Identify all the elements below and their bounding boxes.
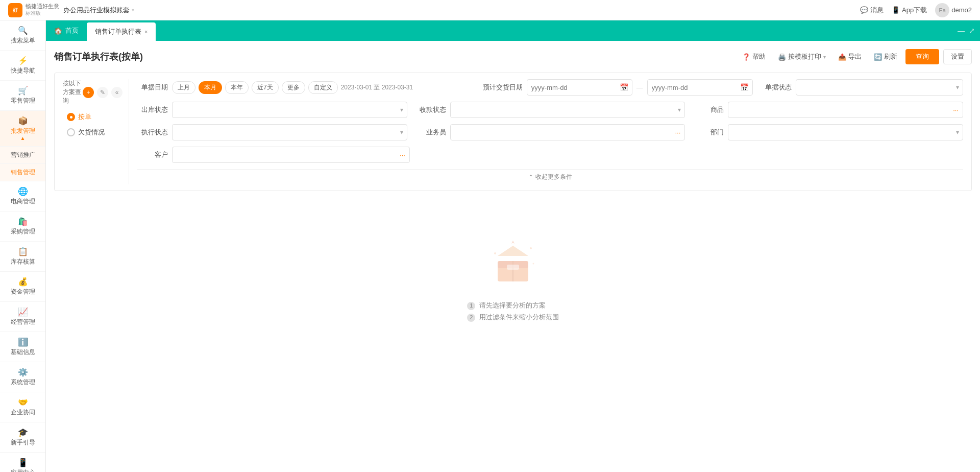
avatar: Ea	[935, 3, 949, 17]
export-button[interactable]: 📤 导出	[834, 50, 866, 63]
exec-select[interactable]	[172, 124, 407, 140]
tab-sales-order-exec[interactable]: 销售订单执行表 ×	[87, 22, 156, 41]
user-menu-button[interactable]: Ea demo2	[935, 3, 972, 17]
purchase-icon: 🛍️	[2, 217, 43, 226]
sidebar-item-retail[interactable]: 🛒 零售管理	[0, 81, 45, 111]
sidebar-item-marketing[interactable]: 营销推广	[0, 147, 45, 164]
tab-home[interactable]: 🏠 首页	[46, 20, 87, 41]
status-select[interactable]	[796, 79, 964, 96]
filter-field-outstock: 出库状态 ▾	[137, 102, 407, 118]
tab-close-icon[interactable]: ×	[144, 29, 148, 35]
empty-line1: 1 请先选择要分析的方案	[467, 299, 559, 311]
sidebar-item-ecommerce[interactable]: 🌐 电商管理	[0, 181, 45, 211]
print-dropdown-icon: ▾	[823, 54, 826, 60]
export-label: 导出	[848, 52, 862, 61]
sidebar-item-operations[interactable]: 📈 经营管理	[0, 302, 45, 332]
collab-icon: 🤝	[2, 397, 43, 407]
empty-text2: 用过滤条件来缩小分析范围	[479, 313, 559, 321]
search-icon: 🔍	[2, 26, 43, 35]
sidebar-label-basic-info: 基础信息	[2, 348, 43, 357]
print-button[interactable]: 🖨️ 按模板打印 ▾	[774, 50, 830, 63]
customer-more-icon[interactable]: ···	[400, 151, 405, 159]
page-content: 销售订单执行表(按单) ❓ 帮助 🖨️ 按模板打印 ▾ 📤	[46, 41, 980, 472]
sidebar-item-quick-nav[interactable]: ⚡ 快捷导航	[0, 51, 45, 81]
sidebar-item-search-menu[interactable]: 🔍 搜索菜单	[0, 20, 45, 51]
start-date-input[interactable]	[527, 79, 632, 96]
date-label: 单据日期	[137, 83, 168, 92]
status-label: 单据状态	[761, 83, 792, 92]
empty-state: 1 请先选择要分析的方案 2 用过滤条件来缩小分析范围	[54, 197, 972, 364]
message-button[interactable]: 💬 消息	[860, 6, 884, 15]
sidebar-label-sales: 销售管理	[2, 168, 43, 177]
sidebar-item-purchase[interactable]: 🛍️ 采购管理	[0, 211, 45, 242]
tag-this-year[interactable]: 本年	[225, 81, 249, 94]
sidebar-item-basic-info[interactable]: ℹ️ 基础信息	[0, 332, 45, 362]
tab-bar: 🏠 首页 销售订单执行表 × — ⤢	[46, 20, 980, 41]
breadcrumb[interactable]: 办公用品行业模拟账套 ▾	[63, 6, 134, 15]
filter-field-collection: 收款状态 ▾	[415, 102, 685, 118]
salesman-more-icon[interactable]: ···	[675, 129, 681, 136]
sidebar-label-new-guide: 新手引导	[2, 438, 43, 447]
dept-select[interactable]	[728, 124, 963, 140]
sidebar-item-system[interactable]: ⚙️ 系统管理	[0, 362, 45, 392]
sidebar-item-finance[interactable]: 💰 资金管理	[0, 272, 45, 302]
add-icon: +	[86, 89, 90, 96]
tag-custom[interactable]: 自定义	[308, 81, 338, 94]
outstock-select[interactable]	[172, 102, 407, 118]
filter-option-shortage[interactable]: 欠货情况	[63, 125, 122, 140]
refresh-button[interactable]: 🔄 刷新	[870, 50, 901, 63]
tab-minimize-icon[interactable]: —	[958, 27, 965, 35]
help-label: 帮助	[752, 52, 766, 61]
filter-option-by-order[interactable]: 按单	[63, 109, 122, 125]
tab-maximize-icon[interactable]: ⤢	[969, 27, 975, 35]
exec-select-wrap: ▾	[172, 124, 407, 140]
filter-field-date: 单据日期 上月 本月 本年 近7天 更多 自定义 2023-03-01 至 20…	[137, 81, 475, 94]
svg-point-5	[530, 247, 532, 249]
filter-field-dept: 部门 ▾	[693, 124, 963, 140]
add-scheme-button[interactable]: +	[83, 87, 94, 98]
main-layout: 🔍 搜索菜单 ⚡ 快捷导航 🛒 零售管理 📦 批发管理 ▲ 营销推广 销售管理 …	[0, 20, 980, 472]
end-date-input[interactable]	[647, 79, 753, 96]
tag-last-month[interactable]: 上月	[172, 81, 195, 94]
filter-panel: 按以下方案查询 + ✎ «	[54, 73, 972, 191]
collapse-more-button[interactable]: ⌃ 收起更多条件	[137, 169, 963, 184]
sidebar-item-sales[interactable]: 销售管理	[0, 164, 45, 181]
collection-select[interactable]	[450, 102, 685, 118]
inventory-icon: 📋	[2, 247, 43, 256]
collapse-chevron-icon: ⌃	[528, 174, 533, 181]
page-actions-group: ❓ 帮助 🖨️ 按模板打印 ▾ 📤 导出 �	[738, 49, 972, 64]
sidebar-label-enterprise-collab: 企业协同	[2, 408, 43, 417]
query-button[interactable]: 查询	[905, 49, 939, 64]
sidebar-item-inventory[interactable]: 📋 库存核算	[0, 242, 45, 272]
app-download-button[interactable]: 📱 App下载	[892, 6, 927, 15]
content-area: 🏠 首页 销售订单执行表 × — ⤢ 销售订单执行表(按单) ❓	[46, 20, 980, 472]
sidebar-label-ecommerce: 电商管理	[2, 197, 43, 206]
sidebar-item-enterprise-collab[interactable]: 🤝 企业协同	[0, 392, 45, 422]
filter-field-salesman: 业务员 ···	[415, 124, 685, 140]
sidebar-item-app-center[interactable]: 📱 应用中心	[0, 453, 45, 472]
filter-row-outstock: 出库状态 ▾ 收款状态	[137, 102, 963, 118]
product-input-wrap: ···	[728, 102, 963, 118]
sidebar-item-wholesale[interactable]: 📦 批发管理 ▲	[0, 111, 45, 147]
top-bar: 好 畅捷通好生意 标准版 办公用品行业模拟账套 ▾ 💬 消息 📱 App下载 E…	[0, 0, 980, 20]
sidebar-item-new-guide[interactable]: 🎓 新手引导	[0, 422, 45, 453]
outstock-label: 出库状态	[137, 105, 168, 114]
filter-section: 按以下方案查询 + ✎ «	[63, 79, 963, 184]
radio-shortage	[67, 128, 75, 136]
tag-7days[interactable]: 近7天	[252, 81, 279, 94]
tag-this-month[interactable]: 本月	[199, 81, 222, 94]
collapse-sidebar-button[interactable]: «	[111, 87, 122, 98]
help-button[interactable]: ❓ 帮助	[738, 50, 770, 63]
logo-text: 畅捷通好生意	[26, 3, 59, 10]
tag-more[interactable]: 更多	[282, 81, 305, 94]
start-date-wrap: 📅	[527, 79, 632, 96]
product-more-icon[interactable]: ···	[953, 106, 959, 114]
filter-sidebar-title: 按以下方案查询 + ✎ «	[63, 79, 122, 105]
setting-button[interactable]: 设置	[943, 49, 972, 64]
radio-by-order	[67, 113, 75, 121]
print-icon: 🖨️	[778, 53, 786, 61]
empty-illustration-svg	[487, 238, 538, 289]
edit-scheme-button[interactable]: ✎	[97, 87, 108, 98]
page-inner: 销售订单执行表(按单) ❓ 帮助 🖨️ 按模板打印 ▾ 📤	[46, 41, 980, 472]
wholesale-sub-menu: 营销推广 销售管理	[0, 147, 45, 181]
